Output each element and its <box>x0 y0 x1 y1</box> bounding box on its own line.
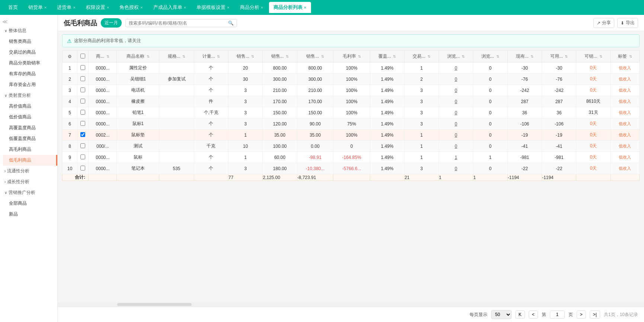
sidebar-item-category-rate[interactable]: 商品分类助销率 <box>3 58 57 68</box>
row-available-stock: -76 <box>542 74 576 85</box>
row-checkbox-cell[interactable] <box>77 63 89 74</box>
row-checkbox-cell[interactable] <box>77 85 89 96</box>
th-unit[interactable]: 计量... ⇅ <box>194 51 228 63</box>
th-code[interactable]: 商... ⇅ <box>89 51 117 63</box>
close-icon[interactable]: × <box>140 5 142 10</box>
th-sales-price[interactable]: 销售... ⇅ <box>263 51 297 63</box>
horizontal-scrollbar[interactable] <box>58 302 644 307</box>
row-checkbox-cell[interactable] <box>77 152 89 163</box>
row-checkbox[interactable] <box>80 76 85 81</box>
sidebar-item-capital[interactable]: 库存资金占用 <box>3 79 57 90</box>
close-icon[interactable]: × <box>44 5 47 10</box>
close-icon[interactable]: × <box>261 5 263 10</box>
close-icon[interactable]: × <box>73 5 75 10</box>
row-checkbox[interactable] <box>80 166 85 170</box>
row-views1: 0 <box>439 163 473 174</box>
row-checkbox-cell[interactable] <box>77 141 89 152</box>
th-settings[interactable]: ⚙ <box>63 51 77 63</box>
nav-home[interactable]: 首页 <box>4 2 22 13</box>
share-icon: ↗ <box>597 20 600 26</box>
share-button[interactable]: ↗ 分享 <box>593 18 614 28</box>
sidebar-group-circulation[interactable]: › 流通性分析 <box>0 166 57 176</box>
th-spec[interactable]: 规格... ⇅ <box>159 51 194 63</box>
close-icon[interactable]: × <box>184 5 186 10</box>
row-sales-price: 300.00 <box>263 74 297 85</box>
th-checkbox[interactable] <box>77 51 89 63</box>
nav-role-auth[interactable]: 角色授权× <box>115 2 147 13</box>
row-checkbox[interactable] <box>80 65 85 70</box>
last-page-button[interactable]: >| <box>590 310 600 319</box>
row-sales-amount: 300.00 <box>297 74 333 85</box>
row-sales-amount: 0.00 <box>297 141 333 152</box>
sidebar-group-growth[interactable]: › 成长性分析 <box>0 176 57 187</box>
row-checkbox[interactable] <box>80 110 85 115</box>
sidebar-item-high-coverage[interactable]: 高覆盖度商品 <box>3 122 57 133</box>
th-transaction[interactable]: 交易... ⇅ <box>404 51 439 63</box>
th-sellable-days[interactable]: 可销... ⇅ <box>576 51 611 63</box>
th-sales-amount[interactable]: 销售... ⇅ <box>297 51 333 63</box>
nav-product-analysis[interactable]: 商品分析× <box>236 2 267 13</box>
search-icon[interactable]: 🔍 <box>228 20 234 26</box>
row-transaction: 1 <box>404 63 439 74</box>
search-input[interactable] <box>129 20 228 26</box>
sidebar-group-class-analysis[interactable]: ∨ 类射度分析 <box>0 90 57 101</box>
row-checkbox[interactable] <box>80 132 85 137</box>
sidebar-item-low-value[interactable]: 低价值商品 <box>3 112 57 122</box>
select-all-checkbox[interactable] <box>80 54 85 58</box>
row-checkbox[interactable] <box>80 99 85 103</box>
row-checkbox-cell[interactable] <box>77 74 89 85</box>
nav-template-settings[interactable]: 单据模板设置× <box>192 2 234 13</box>
prev-page-button[interactable]: < <box>529 310 538 319</box>
th-sales-qty[interactable]: 销售... ⇅ <box>228 51 263 63</box>
sidebar-item-high-value[interactable]: 高价值商品 <box>3 101 57 112</box>
row-checkbox-cell[interactable] <box>77 118 89 130</box>
sidebar-item-new-goods[interactable]: 新品 <box>3 209 57 220</box>
th-coverage[interactable]: 覆盖... ⇅ <box>370 51 404 63</box>
th-tag[interactable]: 标签 ⇅ <box>611 51 639 63</box>
th-available-stock[interactable]: 可用... ⇅ <box>542 51 576 63</box>
close-icon[interactable]: × <box>107 5 109 10</box>
nav-permission-settings[interactable]: 权限设置× <box>81 2 113 13</box>
nav-sales-order[interactable]: 销货单× <box>24 2 51 13</box>
row-checkbox-cell[interactable] <box>77 107 89 118</box>
page-size-select[interactable]: 10 20 50 100 <box>491 310 512 319</box>
export-button[interactable]: ⬇ 导出 <box>617 18 638 28</box>
th-current-stock[interactable]: 现有... ⇅ <box>507 51 542 63</box>
th-name[interactable]: 商品名称 ⇅ <box>117 51 159 63</box>
row-checkbox[interactable] <box>80 87 85 92</box>
row-checkbox[interactable] <box>80 121 85 126</box>
sidebar-item-in-stock[interactable]: 有库存的商品 <box>3 68 57 79</box>
scrollbar-thumb[interactable] <box>117 303 192 306</box>
sidebar-collapse-btn[interactable]: ≪ <box>0 18 57 25</box>
th-gross-margin[interactable]: 毛利率 ⇅ <box>333 51 370 63</box>
row-checkbox-cell[interactable] <box>77 163 89 174</box>
row-views1: 0 <box>439 130 473 141</box>
row-code: 0000... <box>89 107 117 118</box>
first-page-button[interactable]: K <box>515 310 525 319</box>
nav-finished-goods[interactable]: 产成品入库单× <box>149 2 190 13</box>
nav-product-analysis-list[interactable]: 商品分析列表× <box>269 2 311 13</box>
sidebar-item-low-coverage[interactable]: 低覆盖度商品 <box>3 133 57 144</box>
th-views1[interactable]: 浏览... ⇅ <box>439 51 473 63</box>
sidebar-item-high-margin[interactable]: 高毛利商品 <box>3 144 57 155</box>
row-checkbox-cell[interactable] <box>77 96 89 107</box>
row-checkbox-cell[interactable] <box>77 130 89 141</box>
close-icon[interactable]: × <box>304 5 306 10</box>
row-checkbox[interactable] <box>80 154 85 159</box>
sidebar-item-traded-goods[interactable]: 交易过的商品 <box>3 47 57 58</box>
sidebar-group-marketing[interactable]: ∨ 营销推广分析 <box>0 187 57 198</box>
time-filter-button[interactable]: 近一月 <box>101 18 122 28</box>
sidebar-item-sales-goods[interactable]: 销售类商品 <box>3 36 57 47</box>
row-transaction: 3 <box>404 107 439 118</box>
close-icon[interactable]: × <box>227 5 229 10</box>
sidebar-group-overall[interactable]: ∨ 整体信息 <box>0 25 57 36</box>
next-page-button[interactable]: > <box>577 310 586 319</box>
sidebar-item-low-margin[interactable]: 低毛利商品 <box>3 155 57 166</box>
row-tag: 低收入 <box>611 141 639 152</box>
row-checkbox[interactable] <box>80 143 85 148</box>
sidebar-item-all-goods[interactable]: 全部商品 <box>3 198 57 209</box>
nav-purchase-order[interactable]: 进货单× <box>52 2 80 13</box>
page-number-input[interactable] <box>550 310 565 319</box>
th-views2[interactable]: 浏览... ⇅ <box>473 51 507 63</box>
row-tag: 低收入 <box>611 130 639 141</box>
